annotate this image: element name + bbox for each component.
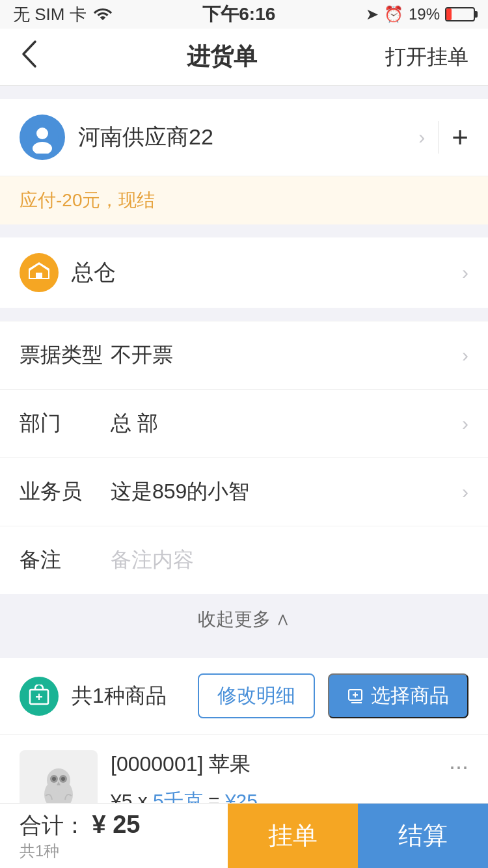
bottom-summary-bar: 合计： ¥ 25 共1种 挂单 结算 bbox=[0, 803, 488, 868]
total-label: 合计： bbox=[20, 813, 86, 837]
product-count: 共1种商品 bbox=[72, 682, 185, 711]
add-supplier-button[interactable]: + bbox=[452, 121, 468, 154]
supplier-divider bbox=[438, 121, 439, 154]
sales-row[interactable]: 业务员 这是859的小智 › bbox=[0, 457, 488, 526]
edit-details-button[interactable]: 修改明细 bbox=[198, 673, 315, 718]
summary-info: 合计： ¥ 25 共1种 bbox=[0, 811, 228, 861]
warehouse-name: 总仓 bbox=[72, 258, 455, 288]
chevron-right-icon: › bbox=[418, 126, 425, 148]
section-gap-1 bbox=[0, 86, 488, 99]
product-title: 苹果 bbox=[209, 752, 251, 776]
invoice-row[interactable]: 票据类型 不开票 › bbox=[0, 321, 488, 389]
notice-bar: 应付-20元，现结 bbox=[0, 176, 488, 224]
dept-label: 部门 bbox=[20, 409, 104, 438]
svg-point-15 bbox=[61, 777, 65, 781]
status-bar: 无 SIM 卡 下午6:16 ➤ ⏰ 19% bbox=[0, 0, 488, 29]
battery-percent: 19% bbox=[409, 5, 440, 23]
product-header: 共1种商品 修改明细 选择商品 bbox=[0, 658, 488, 734]
select-product-label: 选择商品 bbox=[371, 683, 449, 709]
remark-label: 备注 bbox=[20, 546, 104, 575]
sales-value: 这是859的小智 bbox=[104, 478, 455, 506]
status-carrier: 无 SIM 卡 bbox=[13, 3, 113, 26]
product-more-button[interactable]: ··· bbox=[449, 750, 468, 780]
warehouse-card: 总仓 › bbox=[0, 237, 488, 308]
dept-value: 总 部 bbox=[104, 409, 455, 438]
back-button[interactable] bbox=[20, 39, 59, 75]
section-gap-2 bbox=[0, 224, 488, 237]
dept-row[interactable]: 部门 总 部 › bbox=[0, 389, 488, 457]
remark-input[interactable]: 备注内容 bbox=[104, 546, 468, 575]
alarm-icon: ⏰ bbox=[384, 5, 403, 23]
nav-bar: 进货单 打开挂单 bbox=[0, 29, 488, 86]
form-card: 票据类型 不开票 › 部门 总 部 › 业务员 这是859的小智 › 备注 备注… bbox=[0, 321, 488, 594]
product-name: [0000001] 苹果 bbox=[111, 750, 436, 779]
status-right: ➤ ⏰ 19% bbox=[366, 5, 475, 23]
checkout-button[interactable]: 结算 bbox=[358, 804, 488, 869]
sales-label: 业务员 bbox=[20, 478, 104, 506]
invoice-value: 不开票 bbox=[104, 341, 455, 370]
remark-row[interactable]: 备注 备注内容 bbox=[0, 526, 488, 594]
warehouse-icon-wrap bbox=[20, 253, 59, 292]
sales-chevron-icon: › bbox=[462, 481, 468, 503]
summary-total: 合计： ¥ 25 bbox=[20, 811, 208, 841]
carrier-text: 无 SIM 卡 bbox=[13, 3, 87, 26]
select-product-button[interactable]: 选择商品 bbox=[328, 673, 468, 718]
svg-point-1 bbox=[36, 128, 48, 139]
product-code: [0000001] bbox=[111, 752, 209, 776]
warehouse-icon bbox=[27, 261, 51, 285]
supplier-row[interactable]: 河南供应商22 › + bbox=[0, 99, 488, 176]
pending-button[interactable]: 挂单 bbox=[228, 804, 358, 869]
warehouse-row[interactable]: 总仓 › bbox=[0, 237, 488, 308]
page-title: 进货单 bbox=[187, 41, 257, 73]
supplier-card: 河南供应商22 › + 应付-20元，现结 bbox=[0, 99, 488, 224]
svg-point-14 bbox=[52, 777, 56, 781]
section-gap-3 bbox=[0, 308, 488, 321]
invoice-label: 票据类型 bbox=[20, 341, 104, 370]
warehouse-chevron-icon: › bbox=[462, 262, 468, 284]
invoice-chevron-icon: › bbox=[462, 344, 468, 366]
product-icon-wrap bbox=[20, 677, 59, 716]
location-icon: ➤ bbox=[366, 5, 379, 23]
open-pending-button[interactable]: 打开挂单 bbox=[385, 43, 468, 72]
svg-rect-3 bbox=[36, 273, 42, 279]
supplier-name: 河南供应商22 bbox=[78, 122, 412, 152]
status-time: 下午6:16 bbox=[202, 2, 275, 27]
notice-text: 应付-20元，现结 bbox=[20, 190, 155, 210]
wifi-icon bbox=[93, 5, 113, 25]
supplier-avatar bbox=[20, 115, 65, 160]
summary-sub: 共1种 bbox=[20, 841, 208, 861]
battery-icon bbox=[445, 7, 475, 21]
collapse-button[interactable]: 收起更多 ∧ bbox=[0, 594, 488, 645]
dept-chevron-icon: › bbox=[462, 413, 468, 435]
total-amount: ¥ 25 bbox=[92, 811, 140, 838]
